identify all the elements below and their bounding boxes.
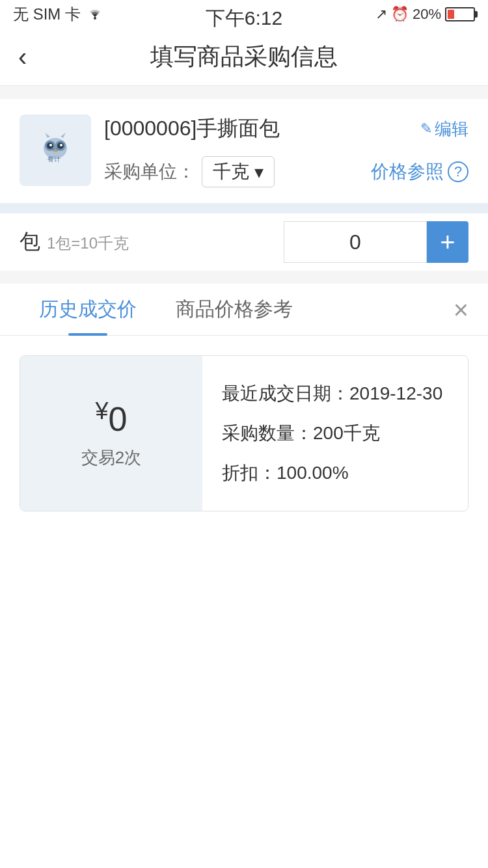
svg-point-7 [60,144,62,146]
product-name: [0000006]手撕面包 [104,115,280,143]
history-quantity-row: 采购数量：200千克 [222,419,448,448]
plus-icon: + [440,228,455,257]
chevron-down-icon: ▾ [254,161,264,183]
quantity-input-group: + [284,221,468,263]
quantity-row: 包 1包=10千克 + [0,213,488,271]
date-label: 最近成交日期： [222,383,349,403]
product-header: [0000006]手撕面包 ✎ 编辑 [104,115,468,143]
svg-marker-10 [45,133,50,138]
tabs-list: 历史成交价 商品价格参考 [20,284,312,336]
nav-bar: ‹ 填写商品采购信息 [0,29,488,86]
page-title: 填写商品采购信息 [150,41,338,73]
date-value: 2019-12-30 [349,383,442,403]
product-info: [0000006]手撕面包 ✎ 编辑 采购单位： 千克 ▾ 价格参照 ? [104,115,468,187]
quantity-conversion: 1包=10千克 [47,233,129,254]
history-price: ¥0 [96,398,128,439]
svg-text:餐: 餐 [47,156,54,163]
tab-price-reference[interactable]: 商品价格参考 [156,284,312,336]
quantity-plus-button[interactable]: + [427,221,468,263]
quantity-detail-value: 200千克 [313,423,380,443]
status-left: 无 SIM 卡 [13,4,104,25]
history-content: ¥0 交易2次 最近成交日期：2019-12-30 采购数量：200千克 折扣：… [0,336,488,531]
svg-point-6 [49,144,52,146]
tab-price-reference-label: 商品价格参考 [176,296,293,323]
section-divider [0,203,488,213]
wifi-icon [86,5,104,23]
status-bar: 无 SIM 卡 下午6:12 ↗ ⏰ 20% [0,0,488,29]
price-value: 0 [109,400,128,438]
svg-marker-11 [61,133,66,138]
edit-icon: ✎ [420,120,432,137]
edit-label: 编辑 [435,118,468,141]
edit-button[interactable]: ✎ 编辑 [420,118,468,141]
quantity-detail-label: 采购数量： [222,423,313,443]
quantity-label: 包 1包=10千克 [20,228,129,256]
battery-percent: 20% [413,6,441,23]
quantity-input[interactable] [284,221,427,263]
history-left: ¥0 交易2次 [20,356,202,511]
history-date-row: 最近成交日期：2019-12-30 [222,379,448,409]
carrier-text: 无 SIM 卡 [13,4,81,25]
close-button[interactable]: × [454,297,468,323]
quantity-unit: 包 [20,228,40,256]
product-card: 餐 计 [0000006]手撕面包 ✎ 编辑 采购单位： 千克 ▾ 价格参照 [0,99,488,203]
unit-label: 采购单位： [104,159,195,184]
discount-value: 100.00% [277,463,349,483]
back-button[interactable]: ‹ [18,42,27,72]
unit-value: 千克 [213,159,249,184]
price-ref-label: 价格参照 [371,159,444,184]
tab-history-price[interactable]: 历史成交价 [20,284,156,336]
history-trades: 交易2次 [81,446,141,469]
svg-point-0 [94,17,96,20]
alarm-icon: ⏰ [391,6,409,23]
product-thumbnail: 餐 计 [20,115,91,186]
svg-text:计: 计 [54,156,61,163]
price-reference-button[interactable]: 价格参照 ? [371,159,468,184]
history-right: 最近成交日期：2019-12-30 采购数量：200千克 折扣：100.00% [202,356,468,511]
battery-icon [445,7,475,21]
discount-label: 折扣： [222,463,277,483]
content-area [0,531,488,868]
currency-symbol: ¥ [96,398,109,424]
history-card: ¥0 交易2次 最近成交日期：2019-12-30 采购数量：200千克 折扣：… [20,355,468,511]
tabs-section: 历史成交价 商品价格参考 × ¥0 交易2次 最近成交日期：2019-12-30… [0,284,488,531]
status-time: 下午6:12 [206,5,282,32]
tab-history-price-label: 历史成交价 [39,296,137,323]
tabs-header: 历史成交价 商品价格参考 × [0,284,488,336]
help-icon: ? [448,161,468,182]
location-icon: ↗ [375,6,387,23]
unit-select[interactable]: 千克 ▾ [202,156,275,187]
history-discount-row: 折扣：100.00% [222,459,448,488]
product-unit-row: 采购单位： 千克 ▾ 价格参照 ? [104,156,468,187]
product-logo-icon: 餐 计 [36,128,75,174]
status-right: ↗ ⏰ 20% [375,6,475,23]
